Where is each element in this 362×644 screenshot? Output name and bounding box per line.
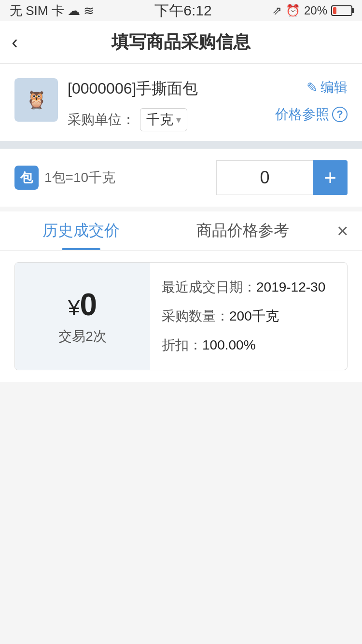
price-right-panel: 最近成交日期：2019-12-30 采购数量：200千克 折扣：100.00% <box>150 263 347 370</box>
battery-icon <box>331 5 352 16</box>
status-time: 下午6:12 <box>154 1 211 21</box>
product-header: 🦉 [0000006]手撕面包 采购单位： 千克 ▾ ✎ 编辑 <box>14 78 348 131</box>
tab-product-price-ref-label: 商品价格参考 <box>196 220 289 241</box>
price-card: ¥0 交易2次 最近成交日期：2019-12-30 采购数量：200千克 折扣：… <box>14 262 348 370</box>
product-logo-icon: 🦉 <box>26 90 47 110</box>
discount-label: 折扣： <box>162 337 202 352</box>
price-yen-symbol: ¥ <box>68 296 80 320</box>
product-left: 🦉 [0000006]手撕面包 采购单位： 千克 ▾ <box>14 78 198 131</box>
tab-close-button[interactable]: × <box>323 211 362 250</box>
quantity-plus-button[interactable]: + <box>313 160 348 195</box>
status-left: 无 SIM 卡 ☁ ≋ <box>10 2 94 19</box>
product-info: [0000006]手撕面包 采购单位： 千克 ▾ <box>68 78 198 131</box>
question-icon: ? <box>332 107 348 122</box>
back-button[interactable]: ‹ <box>12 31 18 53</box>
trade-count: 交易2次 <box>58 327 107 346</box>
purchase-unit-label: 采购单位： <box>68 111 135 129</box>
page-title: 填写商品采购信息 <box>111 30 251 54</box>
quantity-control: + <box>216 160 348 195</box>
battery-percent: 20% <box>304 4 327 17</box>
history-content: ¥0 交易2次 最近成交日期：2019-12-30 采购数量：200千克 折扣：… <box>0 251 362 382</box>
tab-history-price-label: 历史成交价 <box>42 220 120 241</box>
discount-row: 折扣：100.00% <box>162 335 335 355</box>
product-name: [0000006]手撕面包 <box>68 78 198 99</box>
edit-button[interactable]: ✎ 编辑 <box>306 78 348 97</box>
alarm-icon: ⏰ <box>286 4 300 17</box>
unit-desc: 1包=10千克 <box>44 168 115 187</box>
tab-active-indicator <box>62 248 100 250</box>
right-actions: ✎ 编辑 价格参照 ? <box>275 78 348 124</box>
price-amount: ¥0 <box>68 287 97 322</box>
purchase-qty-label: 采购数量： <box>162 308 229 323</box>
section-divider <box>0 141 362 149</box>
close-icon: × <box>337 220 348 242</box>
recent-date-label: 最近成交日期： <box>162 280 256 294</box>
product-card: 🦉 [0000006]手撕面包 采购单位： 千克 ▾ ✎ 编辑 <box>0 64 362 141</box>
edit-icon: ✎ <box>306 80 318 96</box>
status-bar: 无 SIM 卡 ☁ ≋ 下午6:12 ⇗ ⏰ 20% <box>0 0 362 21</box>
purchase-qty-value: 200千克 <box>229 308 279 323</box>
quantity-row: 包 1包=10千克 + <box>0 149 362 207</box>
price-left-panel: ¥0 交易2次 <box>15 263 150 370</box>
unit-badge: 包 <box>14 166 39 190</box>
purchase-qty-row: 采购数量：200千克 <box>162 306 335 326</box>
tabs-container: 历史成交价 商品价格参考 × ¥0 交易2次 最近成交日期：2019-12-30 <box>0 211 362 382</box>
unit-value: 千克 <box>146 111 173 129</box>
unit-select[interactable]: 千克 ▾ <box>140 108 187 131</box>
location-icon: ⇗ <box>272 4 282 17</box>
discount-value: 100.00% <box>202 337 256 352</box>
product-thumbnail: 🦉 <box>14 78 58 122</box>
price-value: 0 <box>80 287 97 322</box>
unit-info: 包 1包=10千克 <box>14 166 115 190</box>
tabs-header: 历史成交价 商品价格参考 × <box>0 211 362 251</box>
quantity-input[interactable] <box>216 160 313 195</box>
nav-bar: ‹ 填写商品采购信息 <box>0 21 362 64</box>
dropdown-arrow-icon: ▾ <box>176 114 181 126</box>
recent-date-row: 最近成交日期：2019-12-30 <box>162 277 335 297</box>
price-ref-label: 价格参照 <box>275 105 329 124</box>
tab-product-price-ref[interactable]: 商品价格参考 <box>162 211 323 250</box>
plus-icon: + <box>324 167 336 188</box>
recent-date-value: 2019-12-30 <box>256 280 325 294</box>
tab-history-price[interactable]: 历史成交价 <box>0 211 162 250</box>
status-right: ⇗ ⏰ 20% <box>272 4 352 17</box>
purchase-unit-row: 采购单位： 千克 ▾ <box>68 108 198 131</box>
price-ref-button[interactable]: 价格参照 ? <box>275 105 348 124</box>
